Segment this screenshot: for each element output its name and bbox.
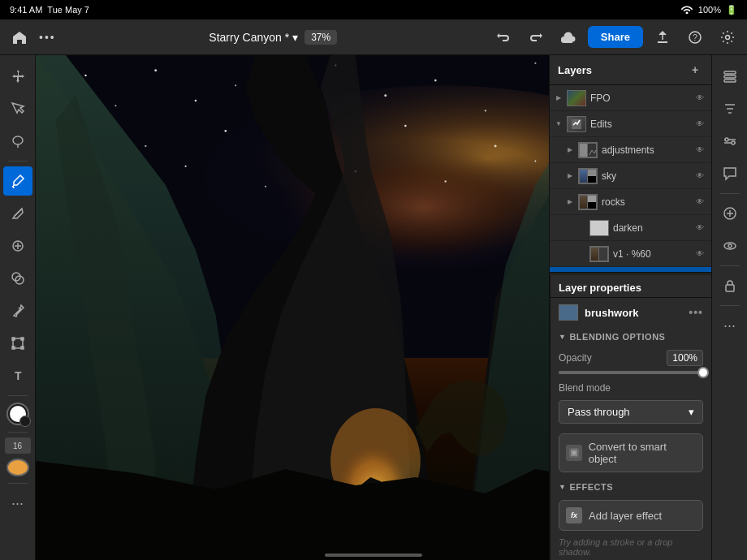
convert-smart-object-button[interactable]: Convert to smart object bbox=[559, 433, 703, 472]
layer-thumb-edits bbox=[567, 116, 586, 132]
smart-object-icon bbox=[566, 445, 582, 461]
layer-visibility-rocks[interactable]: 👁 bbox=[693, 196, 706, 209]
panel-layers-icon[interactable] bbox=[715, 62, 745, 91]
svg-rect-14 bbox=[12, 338, 15, 340]
properties-panel: Layer properties brushwork ••• ▼ BLENDIN… bbox=[550, 275, 711, 560]
file-name[interactable]: Starry Canyon * ▾ bbox=[209, 31, 298, 44]
layer-name-sky: sky bbox=[602, 170, 689, 182]
convert-btn-label: Convert to smart object bbox=[589, 441, 696, 465]
blend-mode-chevron: ▾ bbox=[689, 406, 694, 418]
layer-item-darken[interactable]: ▶ darken 👁 bbox=[550, 215, 711, 241]
panel-more-icon[interactable]: ··· bbox=[715, 311, 745, 340]
tool-clone[interactable] bbox=[3, 264, 32, 293]
layer-item-rocks[interactable]: ▶ rocks 👁 bbox=[550, 189, 711, 215]
blending-options-header[interactable]: ▼ BLENDING OPTIONS bbox=[551, 327, 711, 347]
opacity-row: Opacity 100% bbox=[551, 347, 711, 369]
right-panel: ··· bbox=[711, 55, 747, 560]
battery-icon: 🔋 bbox=[726, 5, 737, 15]
layer-item-v1[interactable]: ▶ v1 · %60 👁 bbox=[550, 241, 711, 267]
date-display: Tue May 7 bbox=[47, 5, 89, 15]
tool-eraser[interactable] bbox=[3, 199, 32, 228]
svg-point-73 bbox=[728, 244, 732, 248]
svg-rect-15 bbox=[21, 338, 24, 340]
layer-thumb-adjustments bbox=[578, 142, 598, 158]
layer-visibility-adjustments[interactable]: 👁 bbox=[693, 144, 706, 157]
layer-item-adjustments[interactable]: ▶ adjustments 👁 bbox=[550, 137, 711, 163]
layer-name-v1: v1 · %60 bbox=[613, 248, 689, 260]
tool-transform[interactable] bbox=[3, 329, 32, 358]
blending-label: BLENDING OPTIONS bbox=[569, 332, 665, 342]
layer-expand-sky[interactable]: ▶ bbox=[566, 172, 574, 180]
svg-text:?: ? bbox=[693, 33, 697, 42]
brush-size-badge[interactable]: 16 bbox=[5, 437, 31, 454]
layer-expand-edits[interactable]: ▼ bbox=[555, 120, 563, 128]
tool-selection[interactable] bbox=[3, 94, 32, 123]
export-button[interactable] bbox=[650, 24, 676, 50]
layer-expand-fpo[interactable]: ▶ bbox=[555, 94, 563, 102]
layer-item-edits[interactable]: ▼ Edits 👁 bbox=[550, 111, 711, 137]
layer-visibility-edits[interactable]: 👁 bbox=[693, 118, 706, 131]
status-bar: 9:41 AM Tue May 7 100% 🔋 bbox=[0, 0, 747, 19]
svg-point-5 bbox=[13, 136, 23, 144]
svg-point-4 bbox=[726, 35, 730, 39]
battery-display: 100% bbox=[698, 5, 721, 15]
blend-mode-dropdown-row: Pass through ▾ bbox=[551, 397, 711, 429]
effects-label: EFFECTS bbox=[569, 482, 613, 492]
home-indicator bbox=[325, 554, 422, 557]
layer-item-sky[interactable]: ▶ sky 👁 bbox=[550, 163, 711, 189]
opacity-slider[interactable] bbox=[559, 371, 703, 374]
zoom-level[interactable]: 37% bbox=[304, 30, 337, 45]
layer-visibility-v1[interactable]: 👁 bbox=[693, 248, 706, 261]
add-layer-effect-button[interactable]: fx Add layer effect bbox=[559, 500, 703, 531]
color-picker[interactable] bbox=[6, 403, 29, 425]
layer-name-darken: darken bbox=[613, 222, 689, 234]
layer-item-fpo[interactable]: ▶ FPO 👁 bbox=[550, 85, 711, 111]
redo-button[interactable] bbox=[523, 24, 549, 50]
opacity-slider-fill bbox=[559, 371, 703, 374]
three-dots-menu[interactable]: ••• bbox=[39, 31, 56, 44]
effects-section-header[interactable]: ▼ EFFECTS bbox=[551, 477, 711, 497]
layers-list: ▶ FPO 👁 ▼ Edits 👁 ▶ bbox=[550, 85, 711, 272]
blending-chevron: ▼ bbox=[559, 333, 566, 341]
tool-type[interactable]: T bbox=[3, 361, 32, 390]
tool-more[interactable]: ··· bbox=[3, 489, 32, 518]
settings-button[interactable] bbox=[715, 24, 741, 50]
layer-visibility-darken[interactable]: 👁 bbox=[693, 222, 706, 235]
layer-visibility-sky[interactable]: 👁 bbox=[693, 170, 706, 183]
layer-thumb-sky bbox=[578, 168, 598, 184]
panel-add-icon[interactable] bbox=[715, 199, 745, 228]
tool-move[interactable] bbox=[3, 62, 32, 91]
opacity-slider-thumb[interactable] bbox=[697, 367, 709, 378]
svg-point-59 bbox=[572, 451, 576, 454]
svg-rect-74 bbox=[726, 285, 734, 291]
svg-rect-61 bbox=[724, 75, 736, 78]
panel-filters-icon[interactable] bbox=[715, 94, 745, 123]
tool-lasso[interactable] bbox=[3, 127, 32, 156]
home-button[interactable] bbox=[6, 24, 32, 50]
tool-eyedropper[interactable] bbox=[3, 296, 32, 325]
layer-thumb-darken bbox=[589, 220, 609, 236]
panel-adjustments-icon[interactable] bbox=[715, 127, 745, 156]
add-layer-button[interactable]: + bbox=[687, 62, 703, 78]
panel-comments-icon[interactable] bbox=[715, 159, 745, 188]
foreground-color[interactable] bbox=[6, 459, 29, 476]
layer-visibility-fpo[interactable]: 👁 bbox=[693, 92, 706, 105]
blend-mode-select[interactable]: Pass through ▾ bbox=[559, 400, 703, 424]
help-button[interactable]: ? bbox=[682, 24, 708, 50]
layer-expand-adjustments[interactable]: ▶ bbox=[566, 146, 574, 154]
opacity-value[interactable]: 100% bbox=[667, 350, 703, 366]
cloud-button[interactable] bbox=[555, 24, 581, 50]
panel-lock-icon[interactable] bbox=[715, 271, 745, 300]
layer-expand-rocks[interactable]: ▶ bbox=[566, 198, 574, 206]
svg-point-63 bbox=[725, 138, 728, 141]
props-dots-menu[interactable]: ••• bbox=[689, 306, 703, 319]
tool-healing[interactable] bbox=[3, 231, 32, 261]
tool-brush[interactable] bbox=[3, 166, 32, 196]
svg-rect-1 bbox=[658, 41, 667, 43]
blend-mode-label: Blend mode bbox=[559, 382, 611, 394]
share-button[interactable]: Share bbox=[588, 26, 643, 48]
blend-mode-value: Pass through bbox=[568, 406, 630, 418]
blend-mode-row: Blend mode bbox=[551, 379, 711, 397]
undo-button[interactable] bbox=[490, 24, 516, 50]
panel-visibility-icon[interactable] bbox=[715, 231, 745, 261]
